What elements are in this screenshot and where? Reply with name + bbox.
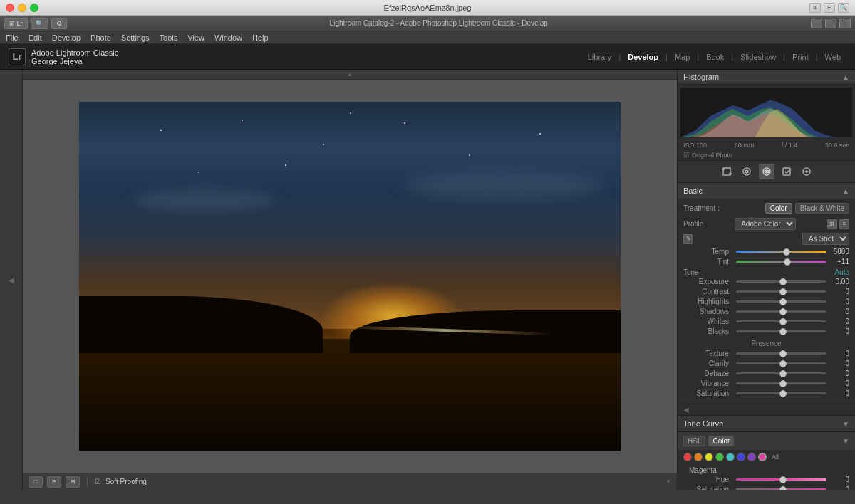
tb-ctrl-search[interactable]: 🔍 [838,3,849,13]
exposure-track[interactable] [736,280,826,283]
dehaze-track[interactable] [736,372,826,374]
tb-resize[interactable]: □ [825,19,836,28]
tint-thumb[interactable] [784,258,791,266]
crop-tool[interactable] [719,164,735,179]
user-name[interactable]: George Jejeya [31,57,118,65]
wb-eyedropper[interactable]: ✎ [683,234,693,244]
panel-collapse-arrow[interactable]: ◀ [683,406,689,414]
red-dot[interactable] [683,453,692,461]
magenta-hue-thumb[interactable] [779,476,787,483]
highlights-track[interactable] [736,300,826,303]
top-panel-arrow[interactable]: ▲ [347,71,353,78]
all-label[interactable]: All [772,453,779,461]
basic-toggle[interactable]: ▲ [842,187,849,195]
color-tab[interactable]: Color [708,436,734,446]
left-panel-arrow[interactable]: ◀ [9,276,14,284]
original-photo-check[interactable]: ☑ [683,152,689,159]
vibrance-track[interactable] [736,382,826,384]
tb-ctrl-1[interactable]: ⊞ [809,3,821,13]
magenta-saturation-thumb[interactable] [779,486,787,490]
menu-develop[interactable]: Develop [52,33,81,42]
module-print[interactable]: Print [787,53,814,61]
whites-track[interactable] [736,320,826,322]
blacks-track[interactable] [736,330,826,332]
tb-minimize[interactable]: — [811,19,822,28]
hsl-toggle[interactable]: ▼ [842,437,849,445]
temp-thumb[interactable] [783,248,790,256]
tb-close[interactable]: ✕ [839,19,851,28]
view-single[interactable]: □ [28,476,43,488]
module-map[interactable]: Map [669,53,695,61]
module-book[interactable]: Book [700,53,730,61]
app-bar-btn-2[interactable]: 🔍 [31,18,48,29]
redeye-tool[interactable] [759,164,774,179]
view-compare[interactable]: ⊟ [47,476,61,488]
basic-header[interactable]: Basic ▲ [678,183,855,199]
menu-photo[interactable]: Photo [90,33,111,42]
menu-settings[interactable]: Settings [121,33,150,42]
hsl-tab[interactable]: HSL [683,436,705,446]
histogram-header[interactable]: Histogram ▲ [678,70,855,85]
tone-curve-toggle[interactable]: ▼ [842,420,849,428]
orange-dot[interactable] [694,453,703,461]
hsl-header[interactable]: HSL Color ▼ [678,432,855,450]
menu-file[interactable]: File [6,33,19,42]
menu-tools[interactable]: Tools [160,33,178,42]
saturation-track[interactable] [736,392,826,394]
profile-icon-list[interactable]: ≡ [839,219,849,229]
minimize-button[interactable] [18,4,26,12]
maximize-button[interactable] [30,4,38,12]
menu-help[interactable]: Help [252,33,269,42]
blue-dot[interactable] [737,453,745,461]
blacks-thumb[interactable] [779,328,787,335]
yellow-dot[interactable] [705,453,713,461]
shadows-thumb[interactable] [779,308,787,315]
exposure-thumb[interactable] [779,278,787,285]
clarity-track[interactable] [736,362,826,364]
highlights-thumb[interactable] [779,298,787,305]
tb-ctrl-2[interactable]: ⊟ [824,3,835,13]
menu-edit[interactable]: Edit [28,33,42,42]
menu-view[interactable]: View [187,33,204,42]
soft-proofing-text[interactable]: Soft Proofing [105,478,147,485]
magenta-dot[interactable] [758,453,767,461]
clarity-thumb[interactable] [779,360,787,367]
tone-curve-header[interactable]: Tone Curve ▼ [678,415,855,431]
view-grid[interactable]: ⊞ [66,476,80,488]
profile-select[interactable]: Adobe Color [735,218,796,230]
vibrance-thumb[interactable] [779,380,787,387]
module-web[interactable]: Web [819,53,846,61]
purple-dot[interactable] [747,453,756,461]
temp-track[interactable] [736,251,826,253]
title-bar-controls[interactable]: ⊞ ⊟ 🔍 [809,3,849,13]
bottom-panel-arrow[interactable]: ▼ [665,478,671,485]
texture-track[interactable] [736,352,826,355]
treatment-bw-btn[interactable]: Black & White [795,203,849,214]
dehaze-thumb[interactable] [779,370,787,377]
green-dot[interactable] [715,453,724,461]
treatment-color-btn[interactable]: Color [765,203,792,214]
histogram-toggle[interactable]: ▲ [842,73,849,81]
magenta-hue-track[interactable] [736,478,826,481]
whites-thumb[interactable] [779,318,787,325]
app-bar-btn-1[interactable]: ⊞ Lr [4,18,28,29]
module-library[interactable]: Library [582,53,618,61]
aqua-dot[interactable] [726,453,735,461]
adjustment-brush[interactable] [799,164,814,179]
app-bar-btn-3[interactable]: ⚙ [51,18,67,29]
shadows-track[interactable] [736,310,826,313]
saturation-thumb[interactable] [779,390,787,397]
wb-select[interactable]: As Shot [802,233,849,245]
auto-button[interactable]: Auto [834,268,849,276]
module-slideshow[interactable]: Slideshow [735,53,782,61]
window-controls[interactable] [6,4,38,12]
contrast-thumb[interactable] [779,288,787,295]
masking-tool[interactable] [779,164,794,179]
module-develop[interactable]: Develop [622,53,664,61]
close-button[interactable] [6,4,14,12]
menu-window[interactable]: Window [214,33,242,42]
contrast-track[interactable] [736,290,826,293]
spot-removal-tool[interactable] [739,164,755,179]
profile-icon-grid[interactable]: ⊞ [827,219,837,229]
texture-thumb[interactable] [779,350,787,357]
